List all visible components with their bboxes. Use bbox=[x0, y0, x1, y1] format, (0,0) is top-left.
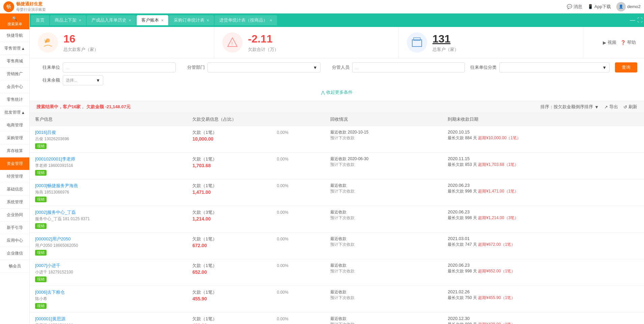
debt-amount-3[interactable]: 1,214.00 bbox=[192, 216, 266, 222]
view-video-btn[interactable]: ▶ 视频 bbox=[603, 39, 616, 46]
tab-jinhuodang[interactable]: 进货单统计表（按商品） ✕ bbox=[215, 15, 277, 25]
debt-amount-4[interactable]: 672.00 bbox=[192, 243, 266, 248]
tab-shangpin-close[interactable]: ✕ bbox=[79, 19, 81, 22]
tab-kehu-label: 客户账本 bbox=[141, 17, 159, 23]
avatar: 👤 bbox=[616, 2, 626, 11]
customer-name-link-4[interactable]: [000002]用户2050 bbox=[35, 236, 71, 241]
sidebar-label-2: 零售商城 bbox=[7, 59, 23, 63]
dept-select[interactable]: ▼ bbox=[207, 62, 320, 72]
overdue-amount-0[interactable]: 超期¥10,000.00（1笔） bbox=[478, 136, 521, 140]
sidebar-item-xinshou[interactable]: 新手引导 bbox=[0, 222, 29, 234]
customer-name-link-6[interactable]: [0006]去下粮仓 bbox=[35, 290, 65, 295]
sidebar-item-diansahng[interactable]: 电商管理 bbox=[0, 119, 29, 132]
tab-kehu-close[interactable]: ✕ bbox=[161, 19, 164, 22]
sidebar-item-jichu[interactable]: 基础信息 bbox=[0, 183, 29, 196]
customer-name-link-2[interactable]: [0003]畅捷服务尹海燕 bbox=[35, 183, 78, 188]
tab-caigou-label: 采购订单统计表 bbox=[174, 17, 204, 23]
cell-debt-info-0: 欠款（1笔） 10,000.00 bbox=[187, 126, 271, 153]
customer-name-link-1[interactable]: [0001020001]李老师 bbox=[35, 156, 75, 161]
customer-name-link-7[interactable]: [000001]黄思源 bbox=[35, 316, 65, 321]
sort-select[interactable]: 排序：按欠款金额倒序排序 ▼ bbox=[540, 104, 599, 110]
debt-amount-2[interactable]: 1,471.00 bbox=[192, 189, 266, 195]
person-input[interactable]: ... bbox=[352, 62, 465, 72]
debt-amount-5[interactable]: 652.00 bbox=[192, 269, 266, 275]
overdue-amount-1[interactable]: 超期¥1,703.68（1笔） bbox=[478, 162, 519, 167]
stat-info-total: 131 总客户（家） bbox=[432, 33, 459, 53]
debt-count-0: 欠款（1笔） bbox=[192, 129, 266, 136]
balance-select[interactable]: 选择... ▼ bbox=[63, 75, 103, 85]
sidebar-search[interactable]: 🔍 搜索菜单 bbox=[0, 13, 29, 29]
overdue-amount-3[interactable]: 超期¥1,214.00（3笔） bbox=[478, 215, 519, 220]
tab-caigou-close[interactable]: ✕ bbox=[206, 19, 209, 22]
collapse-row[interactable]: ⋀ 收起更多条件 bbox=[36, 88, 637, 97]
message-label: 消息 bbox=[573, 4, 582, 10]
debt-amount-0[interactable]: 10,000.00 bbox=[192, 136, 266, 142]
sidebar-item-shangcheng[interactable]: 零售商城 bbox=[0, 55, 29, 68]
message-btn[interactable]: 💬 消息 bbox=[567, 4, 582, 10]
tab-chanpinpin[interactable]: 产成品入库单历史 ✕ bbox=[87, 15, 136, 25]
next-collect-5: 预计下次收款 bbox=[330, 268, 437, 274]
sidebar-item-huiyuan[interactable]: 会员中心 bbox=[0, 81, 29, 93]
query-button[interactable]: 查询 bbox=[615, 62, 637, 72]
sidebar-item-caigou[interactable]: 采购管理 bbox=[0, 132, 29, 145]
overdue-amount-6[interactable]: 超期¥455.90（1笔） bbox=[478, 295, 515, 300]
tab-maximize-btn[interactable]: ⛶ bbox=[637, 17, 643, 23]
stat-value-debt-customers: 16 bbox=[63, 33, 99, 45]
sidebar-item-kuaijie[interactable]: 快捷导航 bbox=[0, 29, 29, 42]
sidebar-item-lingshou[interactable]: 零售管理 ▲ bbox=[0, 42, 29, 55]
cell-debt-percent-0: 0.00% bbox=[272, 126, 325, 153]
tab-home[interactable]: 首页 bbox=[31, 15, 49, 25]
source-unit-input[interactable]: ... bbox=[63, 62, 176, 72]
tab-chanpinpin-close[interactable]: ✕ bbox=[129, 19, 131, 22]
customer-name-link-3[interactable]: [0002]服务中心_丁磊 bbox=[35, 210, 76, 215]
overdue-amount-7[interactable]: 超期¥429.00（1笔） bbox=[478, 322, 515, 324]
tab-shangpin[interactable]: 商品上下架 ✕ bbox=[50, 15, 86, 25]
overdue-amount-2[interactable]: 超期¥1,471.00（1笔） bbox=[478, 189, 519, 194]
sidebar-item-jingying[interactable]: 经营管理 bbox=[0, 170, 29, 183]
sidebar-label-6: 批发管理 bbox=[4, 110, 21, 115]
debt-amount-1[interactable]: 1,703.68 bbox=[192, 163, 266, 168]
stat-label-debt-customers: 总欠款客户（家） bbox=[63, 47, 99, 53]
sidebar-label-16: 应用中心 bbox=[7, 238, 23, 243]
table-row: [0016]吕俊 吕俊 13026203696 现销 欠款（1笔） 10,000… bbox=[30, 126, 644, 153]
sidebar-item-changhyuiyuan[interactable]: 畅会员 bbox=[0, 260, 29, 273]
export-btn[interactable]: ↗ 导出 bbox=[604, 104, 618, 110]
col-header-due-date: 到期未收款日期 bbox=[442, 113, 644, 126]
debt-amount-7[interactable]: 429.00 bbox=[192, 323, 266, 324]
collapse-icon: ⋀ bbox=[321, 90, 325, 95]
sidebar-item-yingxiao[interactable]: 营销推广 bbox=[0, 68, 29, 81]
tab-minimize-btn[interactable]: — bbox=[630, 17, 635, 23]
sidebar-item-lingsouttongji[interactable]: 零售统计 bbox=[0, 93, 29, 106]
help-label: 帮助 bbox=[627, 39, 636, 46]
sidebar-item-qiyexietong[interactable]: 企业协同 bbox=[0, 209, 29, 222]
sidebar-label-3: 营销推广 bbox=[7, 71, 23, 76]
refresh-btn[interactable]: ↺ 刷新 bbox=[623, 104, 637, 110]
tab-kehu[interactable]: 客户账本 ✕ bbox=[137, 15, 168, 25]
help-btn[interactable]: ❓ 帮助 bbox=[620, 39, 636, 46]
debt-amount-6[interactable]: 455.90 bbox=[192, 296, 266, 301]
sidebar-item-kucunhesuan[interactable]: 库存核算 bbox=[0, 145, 29, 157]
sidebar-label-0: 快捷导航 bbox=[7, 33, 23, 38]
overdue-amount-5[interactable]: 超期¥652.00（1笔） bbox=[478, 269, 515, 273]
person-dots: ... bbox=[355, 65, 359, 70]
sidebar-item-pifa[interactable]: 批发管理 ▲ bbox=[0, 106, 29, 119]
due-date-7: 2020.12.30 bbox=[448, 316, 639, 321]
tab-jinhuodang-close[interactable]: ✕ bbox=[270, 19, 272, 22]
unit-category-select[interactable]: ▼ bbox=[499, 62, 610, 72]
arrow-icon-1: ▲ bbox=[21, 46, 25, 51]
sidebar-item-xitong[interactable]: 系统管理 bbox=[0, 196, 29, 209]
app-download-btn[interactable]: 📱 App下载 bbox=[588, 4, 611, 10]
next-collect-2: 预计下次收款 bbox=[330, 188, 437, 194]
overdue-days-7: 最长欠款 808 天 超期¥429.00（1笔） bbox=[448, 322, 639, 324]
person-label: 分管人员 bbox=[326, 64, 349, 70]
due-date-0: 2020.10.15 bbox=[448, 129, 639, 135]
debt-percent-6: 0.00% bbox=[277, 290, 320, 295]
sidebar-item-qiyeweixin[interactable]: 企业微信 bbox=[0, 247, 29, 260]
sidebar-item-yingyong[interactable]: 应用中心 bbox=[0, 234, 29, 247]
customer-name-link-5[interactable]: [0007]小进千 bbox=[35, 263, 60, 268]
overdue-amount-4[interactable]: 超期¥672.00（1笔） bbox=[478, 242, 515, 247]
customer-name-link-0[interactable]: [0016]吕俊 bbox=[35, 130, 56, 135]
tab-caigou[interactable]: 采购订单统计表 ✕ bbox=[169, 15, 214, 25]
user-menu[interactable]: 👤 demo2 bbox=[616, 2, 641, 11]
sidebar-item-zijin[interactable]: 资金管理 bbox=[0, 157, 29, 170]
